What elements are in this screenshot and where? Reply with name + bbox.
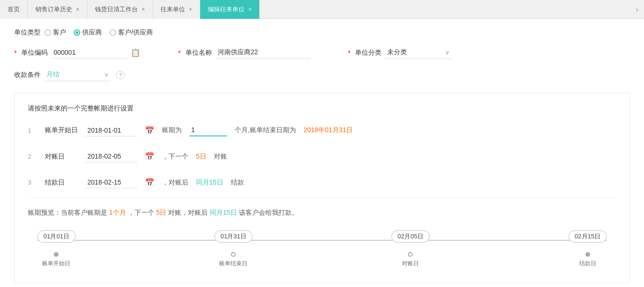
period-input[interactable]: [189, 124, 227, 136]
timeline: 01月01日 账单开始日 01月31日 账单结束日 02月05日 对账日: [28, 227, 616, 271]
payment-desc-before: ，对账后: [162, 178, 188, 187]
timeline-tag-3: 02月15日: [568, 230, 607, 243]
radio-both[interactable]: 客户/供应商: [110, 28, 153, 37]
calendar-icon[interactable]: 📋: [131, 48, 140, 57]
tab-partner-unit-label: 往来单位: [161, 5, 185, 14]
start-date-input[interactable]: [85, 125, 137, 136]
close-icon[interactable]: ×: [189, 6, 192, 13]
timeline-tag-2: 02月05日: [391, 230, 430, 243]
radio-customer[interactable]: 客户: [44, 28, 66, 37]
calendar-icon-2[interactable]: 📅: [145, 152, 154, 161]
preview-highlight3: 同月15日: [210, 209, 237, 216]
timeline-sublabel-0: 账单开始日: [42, 260, 70, 268]
tab-more-arrow[interactable]: ›: [630, 5, 644, 14]
chevron-down-icon: ∨: [445, 49, 449, 56]
period-end-highlight: 2018年01月31日: [304, 126, 353, 135]
tab-cash-work[interactable]: 钱货日清工作台 ×: [87, 0, 153, 19]
radio-supplier-label: 供应商: [82, 28, 102, 37]
preview-highlight1: 1个月: [109, 209, 126, 216]
radio-group: 客户 供应商 客户/供应商: [44, 28, 153, 37]
reconcile-desc-after: 对账: [214, 152, 227, 161]
required-star-3: *: [348, 49, 350, 57]
radio-supplier-circle: [74, 29, 80, 36]
tab-partner-unit[interactable]: 往来单位 ×: [153, 0, 200, 19]
reconcile-desc-highlight: 5日: [196, 152, 206, 161]
row-label-2: 对账日: [45, 152, 78, 161]
timeline-sublabel-3: 结款日: [579, 260, 596, 268]
payment-terms-label: 收款条件: [14, 71, 41, 79]
tab-edit-partner-label: 编辑往来单位: [208, 5, 245, 14]
timeline-sublabel-1: 账单结束日: [219, 260, 247, 268]
data-row-1: 1 账单开始日 📅 账期为 个月,账单结束日期为 2018年01月31日: [28, 124, 616, 136]
help-icon[interactable]: ?: [116, 71, 125, 79]
preview-middle1: ，下一个: [128, 209, 154, 216]
preview-middle2: 对账，对账后: [168, 209, 208, 216]
period-label: 账期为: [162, 126, 182, 135]
preview-prefix: 账期预览：当前客户账期是: [28, 209, 107, 216]
radio-both-label: 客户/供应商: [118, 28, 153, 37]
period-unit: 个月,账单结束日期为: [235, 126, 296, 135]
row-num-3: 3: [28, 179, 37, 186]
tab-cash-work-label: 钱货日清工作台: [95, 5, 138, 14]
timeline-sublabel-2: 对账日: [402, 260, 419, 268]
row-label-1: 账单开始日: [45, 126, 78, 135]
radio-customer-circle: [44, 29, 51, 36]
reconcile-desc-before: ，下一个: [162, 152, 188, 161]
unit-code-input[interactable]: [51, 47, 127, 59]
calendar-icon-1[interactable]: 📅: [145, 126, 154, 135]
unit-category-label: 单位分类: [355, 49, 381, 57]
chevron-down-icon-payment: ∨: [104, 71, 109, 78]
tab-sales-order-history-label: 销售订单历史: [35, 5, 72, 14]
payment-date-input[interactable]: [85, 177, 137, 188]
payment-desc-highlight: 同月15日: [196, 178, 223, 187]
unit-name-input[interactable]: [216, 47, 310, 59]
close-icon[interactable]: ×: [76, 6, 79, 13]
reconcile-date-input[interactable]: [85, 151, 137, 162]
tab-home[interactable]: 首页: [0, 0, 28, 19]
preview-section: 账期预览：当前客户账期是 1个月 ，下一个 5日 对账，对账后 同月15日 该客…: [28, 198, 616, 219]
preview-highlight2: 5日: [156, 209, 166, 216]
row-num-2: 2: [28, 153, 37, 160]
radio-supplier[interactable]: 供应商: [74, 28, 102, 37]
section-title: 请按照未来的一个完整帐期进行设置: [28, 104, 616, 113]
unit-type-label: 单位类型: [14, 28, 41, 37]
data-row-3: 3 结款日 📅 ，对账后 同月15日 结款: [28, 177, 616, 188]
close-icon[interactable]: ×: [142, 6, 145, 13]
required-star: *: [14, 49, 17, 57]
row-num-1: 1: [28, 127, 37, 134]
unit-category-value: 未分类: [387, 48, 443, 57]
tab-home-label: 首页: [8, 5, 20, 14]
unit-code-label: 单位编码: [21, 49, 48, 57]
preview-suffix: 该客户会给我打款。: [239, 209, 298, 216]
tabs-bar: 首页 销售订单历史 × 钱货日清工作台 × 往来单位 × 编辑往来单位 × ›: [0, 0, 644, 19]
tab-edit-partner[interactable]: 编辑往来单位 ×: [200, 0, 260, 19]
close-icon[interactable]: ×: [248, 6, 252, 13]
timeline-tag-0: 01月01日: [37, 230, 76, 243]
required-star-2: *: [178, 49, 180, 57]
payment-terms-select[interactable]: 月结 ∨: [44, 68, 110, 81]
unit-name-label: 单位名称: [186, 49, 212, 57]
unit-category-select[interactable]: 未分类 ∨: [385, 46, 451, 59]
timeline-tag-1: 01月31日: [214, 230, 253, 243]
data-row-2: 2 对账日 📅 ，下一个 5日 对账: [28, 151, 616, 162]
calendar-icon-3[interactable]: 📅: [145, 178, 154, 187]
row-label-3: 结款日: [45, 178, 78, 187]
payment-terms-value: 月结: [46, 70, 102, 79]
section-box: 请按照未来的一个完整帐期进行设置 1 账单开始日 📅 账期为 个月,账单结束日期…: [14, 93, 630, 283]
radio-both-circle: [110, 29, 116, 36]
radio-customer-label: 客户: [53, 28, 66, 37]
payment-desc-after: 结款: [231, 178, 244, 187]
tab-sales-order-history[interactable]: 销售订单历史 ×: [28, 0, 87, 19]
